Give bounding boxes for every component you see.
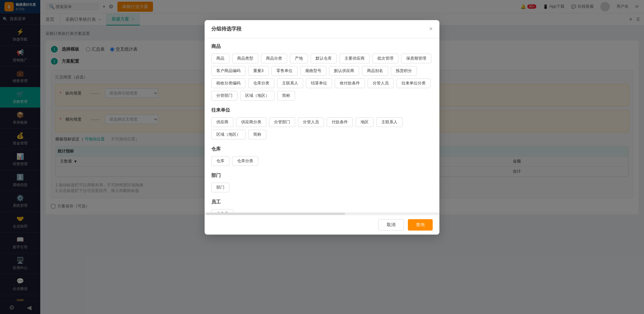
confirm-button[interactable]: 查询 (408, 219, 433, 231)
field-tag-2-1[interactable]: 仓库分类 (232, 156, 258, 166)
field-section-0: 商品商品商品类型商品分类产地默认仓库主要供应商批次管理保质期管理客户商品编码重量… (211, 44, 433, 101)
field-tag-2-0[interactable]: 仓库 (211, 156, 229, 166)
field-tag-1-3[interactable]: 分管人员 (298, 117, 324, 127)
field-tag-1-6[interactable]: 主联系人 (376, 117, 402, 127)
modal-header: 分组待选字段 × (205, 20, 439, 38)
field-tag-0-24[interactable]: 简称 (277, 91, 295, 101)
field-tag-1-7[interactable]: 区域（地区） (211, 130, 246, 139)
modal-title: 分组待选字段 (211, 26, 241, 32)
field-section-3: 部门部门 (211, 173, 433, 192)
field-tag-1-0[interactable]: 供应商 (211, 117, 233, 127)
field-select-modal: 分组待选字段 × 商品商品商品类型商品分类产地默认仓库主要供应商批次管理保质期管… (205, 20, 439, 235)
field-section-2: 仓库仓库仓库分类 (211, 146, 433, 166)
field-tag-3-0[interactable]: 部门 (211, 183, 229, 192)
field-tag-0-16[interactable]: 仓库分类 (248, 78, 274, 88)
field-tags-3: 部门 (211, 183, 433, 192)
field-tag-1-4[interactable]: 付款条件 (327, 117, 353, 127)
field-tag-0-14[interactable]: 拣货积分 (391, 66, 417, 76)
modal-hscroll[interactable] (205, 212, 439, 215)
field-tag-0-4[interactable]: 默认仓库 (311, 54, 337, 63)
modal-close-btn[interactable]: × (429, 25, 433, 33)
field-tag-0-7[interactable]: 保质期管理 (401, 54, 431, 63)
field-tag-4-0[interactable]: 业务员 (211, 209, 233, 212)
field-tag-0-23[interactable]: 区域（地区） (240, 91, 274, 101)
cancel-button[interactable]: 取消 (378, 219, 404, 231)
field-tag-0-22[interactable]: 分管部门 (211, 91, 237, 101)
field-tag-0-9[interactable]: 重量3 (248, 66, 269, 76)
field-tag-0-3[interactable]: 产地 (290, 54, 308, 63)
field-tag-0-0[interactable]: 商品 (211, 54, 229, 63)
field-tag-0-6[interactable]: 批次管理 (372, 54, 398, 63)
field-tags-0: 商品商品类型商品分类产地默认仓库主要供应商批次管理保质期管理客户商品编码重量3零… (211, 54, 433, 101)
section-title-1: 往来单位 (211, 107, 433, 113)
field-tag-0-15[interactable]: 税收分类编码 (211, 78, 246, 88)
field-tag-0-18[interactable]: 结算单位 (306, 78, 332, 88)
field-tag-0-17[interactable]: 主联系人 (277, 78, 303, 88)
field-tag-0-1[interactable]: 商品类型 (232, 54, 258, 63)
field-tag-1-8[interactable]: 简称 (248, 130, 266, 139)
modal-body: 商品商品商品类型商品分类产地默认仓库主要供应商批次管理保质期管理客户商品编码重量… (205, 38, 439, 212)
field-tag-0-10[interactable]: 零售单位 (271, 66, 298, 76)
modal-footer: 取消 查询 (205, 215, 439, 235)
field-tag-0-21[interactable]: 往来单位分类 (396, 78, 431, 88)
field-tag-1-5[interactable]: 地区 (356, 117, 374, 127)
section-title-0: 商品 (211, 44, 433, 50)
field-tags-2: 仓库仓库分类 (211, 156, 433, 166)
field-tag-1-2[interactable]: 分管部门 (269, 117, 295, 127)
field-tag-0-8[interactable]: 客户商品编码 (211, 66, 246, 76)
field-section-4: 员工业务员 (211, 199, 433, 212)
field-tag-0-20[interactable]: 分管人员 (368, 78, 394, 88)
field-tag-0-2[interactable]: 商品分类 (261, 54, 287, 63)
field-tag-0-11[interactable]: 规格型号 (300, 66, 326, 76)
section-title-3: 部门 (211, 173, 433, 179)
field-tag-0-12[interactable]: 默认供应商 (329, 66, 359, 76)
modal-overlay: 分组待选字段 × 商品商品商品类型商品分类产地默认仓库主要供应商批次管理保质期管… (0, 0, 644, 314)
field-tag-0-5[interactable]: 主要供应商 (339, 54, 370, 63)
field-tags-1: 供应商供应商分类分管部门分管人员付款条件地区主联系人区域（地区）简称 (211, 117, 433, 139)
field-section-1: 往来单位供应商供应商分类分管部门分管人员付款条件地区主联系人区域（地区）简称 (211, 107, 433, 139)
section-title-4: 员工 (211, 199, 433, 205)
field-tags-4: 业务员 (211, 209, 433, 212)
field-tag-1-1[interactable]: 供应商分类 (236, 117, 266, 127)
field-tag-0-13[interactable]: 商品别名 (362, 66, 388, 76)
section-title-2: 仓库 (211, 146, 433, 152)
field-tag-0-19[interactable]: 收付款条件 (335, 78, 365, 88)
